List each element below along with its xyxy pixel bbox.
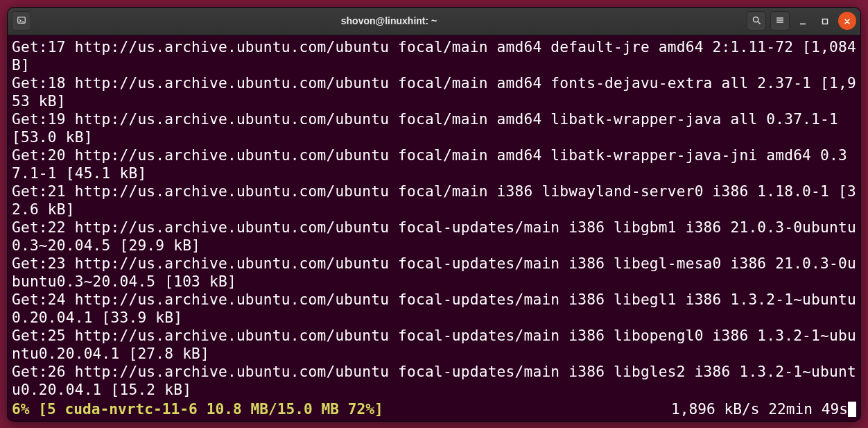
terminal-cursor	[848, 402, 856, 417]
search-button[interactable]	[747, 11, 766, 31]
apt-progress-line: 6% [5 cuda-nvrtc-11-6 10.8 MB/15.0 MB 72…	[8, 400, 860, 421]
maximize-icon	[822, 15, 828, 28]
terminal-tab-icon	[17, 15, 26, 28]
apt-speed-eta: 1,896 kB/s 22min 49s	[671, 400, 848, 418]
new-tab-button[interactable]	[12, 11, 31, 31]
svg-rect-2	[823, 19, 828, 24]
close-icon	[844, 15, 851, 28]
apt-progress-right: 1,896 kB/s 22min 49s	[671, 400, 856, 418]
window-title: shovon@linuxhint: ~	[31, 15, 747, 26]
terminal-window: shovon@linuxhint: ~	[7, 7, 861, 422]
maximize-button[interactable]	[816, 12, 834, 30]
terminal-output[interactable]: Get:17 http://us.archive.ubuntu.com/ubun…	[8, 35, 860, 400]
apt-progress-left: 6% [5 cuda-nvrtc-11-6 10.8 MB/15.0 MB 72…	[12, 400, 383, 418]
search-icon	[752, 15, 761, 28]
minimize-icon	[799, 15, 806, 28]
close-button[interactable]	[838, 12, 856, 30]
menu-button[interactable]	[770, 11, 790, 31]
hamburger-icon	[775, 15, 785, 28]
minimize-button[interactable]	[794, 12, 812, 30]
titlebar: shovon@linuxhint: ~	[8, 8, 860, 35]
